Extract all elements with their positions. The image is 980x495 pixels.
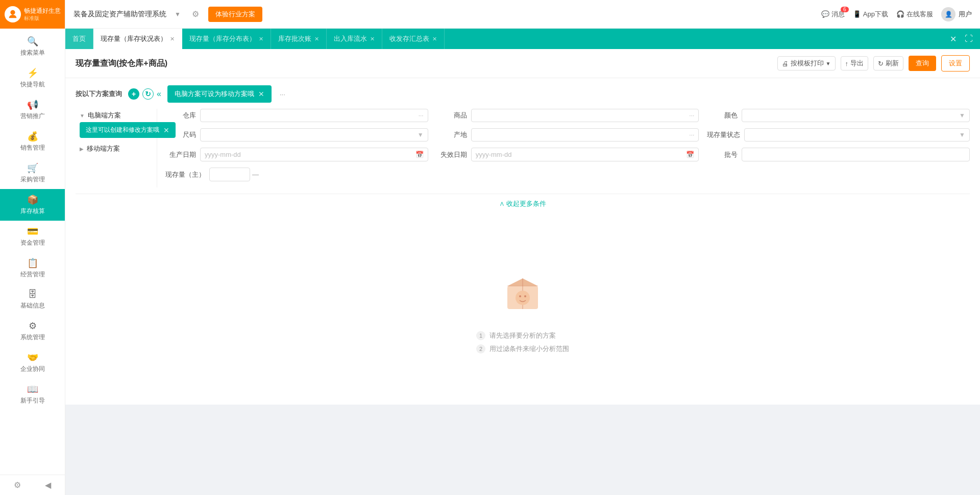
tab-home[interactable]: 首页 — [65, 29, 93, 49]
box-icon: 📦 — [27, 194, 38, 205]
goods-select[interactable]: ··· — [471, 109, 699, 122]
print-btn[interactable]: 🖨 按模板打印 ▼ — [777, 56, 836, 70]
tab-close-receive-send[interactable]: ✕ — [432, 36, 437, 42]
scheme-pc-label: 电脑端方案 — [88, 111, 121, 120]
receive-send-tab-label: 收发存汇总表 — [389, 34, 429, 43]
sidebar-item-cooperation[interactable]: 🤝 企业协同 — [0, 347, 65, 379]
topbar: 装备及固定资产辅助管理系统 ▼ ⚙ 体验行业方案 💬 消息 6 📱 App下载 … — [65, 0, 980, 29]
refresh-icon: ↻ — [878, 60, 884, 67]
clipboard-icon: 📋 — [27, 257, 38, 269]
tab-inout-flow[interactable]: 出入库流水 ✕ — [327, 29, 382, 49]
stock-status-label: 现存量状态 — [707, 130, 740, 139]
edit-scheme-tooltip-wrap: 这里可以创建和修改方案哦 ✕ — [80, 122, 152, 138]
size-select[interactable]: ▼ — [200, 128, 428, 142]
sidebar-item-inventory[interactable]: 📦 库存核算 — [0, 189, 65, 221]
tabs-right-buttons: ✕ ⛶ — [947, 32, 980, 46]
tab-close-inventory-dist[interactable]: ✕ — [259, 36, 263, 42]
avatar: 👤 — [941, 7, 955, 21]
tab-close-inout-flow[interactable]: ✕ — [370, 36, 375, 42]
refresh-scheme-btn[interactable]: ↻ — [142, 88, 154, 100]
warehouse-ellipsis: ··· — [419, 112, 424, 119]
expire-date-placeholder: yyyy-mm-dd — [476, 151, 512, 158]
expire-date-label: 失效日期 — [436, 150, 467, 159]
money-icon: 💰 — [27, 131, 38, 142]
system-dropdown-icon[interactable]: ▼ — [173, 10, 183, 19]
color-select[interactable]: ▼ — [742, 109, 970, 122]
logo-icon — [5, 6, 21, 22]
field-batch-no: 批号 — [707, 148, 970, 161]
tab-inventory-status[interactable]: 现存量（库存状况表） ✕ — [93, 29, 182, 49]
ellipsis-icon-1: ··· — [276, 90, 289, 98]
fields-row-1: 仓库 ··· 商品 ··· — [165, 109, 970, 181]
expire-date-input[interactable]: yyyy-mm-dd 📅 — [471, 148, 699, 161]
tab-close-inventory-status[interactable]: ✕ — [170, 36, 175, 42]
mobile-icon: 📱 — [853, 10, 861, 18]
sidebar-item-operations[interactable]: 📋 经营管理 — [0, 252, 65, 284]
back-scheme-btn[interactable]: « — [157, 89, 161, 99]
collapse-sidebar-icon[interactable]: ◀ — [45, 480, 51, 490]
empty-tip-1: 1 请先选择要分析的方案 — [476, 331, 569, 340]
prod-date-placeholder: yyyy-mm-dd — [205, 151, 241, 158]
handshake-icon: 🤝 — [27, 352, 38, 363]
lightning-icon: ⚡ — [27, 67, 38, 79]
export-icon: ↑ — [845, 60, 849, 67]
stock-main-from[interactable] — [209, 168, 250, 181]
batch-no-input[interactable] — [742, 148, 970, 161]
settings-bottom-icon[interactable]: ⚙ — [14, 480, 21, 490]
gear-icon: ⚙ — [29, 320, 37, 332]
add-scheme-tooltip-close[interactable]: ✕ — [258, 90, 264, 98]
scheme-controls: + ↻ « — [128, 88, 161, 100]
sidebar-item-search-menu[interactable]: 🔍 搜索菜单 — [0, 31, 65, 62]
scheme-tree-mobile[interactable]: ▶ 移动端方案 — [76, 142, 152, 155]
industry-btn[interactable]: 体验行业方案 — [208, 7, 262, 22]
sidebar-item-beginner[interactable]: 📖 新手引导 — [0, 379, 65, 410]
message-btn[interactable]: 💬 消息 6 — [821, 10, 845, 19]
sidebar-item-marketing[interactable]: 📢 营销推广 — [0, 94, 65, 126]
search-btn[interactable]: 查询 — [909, 56, 936, 71]
sidebar-item-sales[interactable]: 💰 销售管理 — [0, 126, 65, 157]
headset-icon: 🎧 — [896, 10, 904, 18]
svg-point-6 — [519, 295, 521, 297]
stock-status-dropdown-arrow: ▼ — [959, 131, 965, 138]
empty-tips: 1 请先选择要分析的方案 2 用过滤条件来缩小分析范围 — [476, 331, 569, 358]
sidebar-item-purchase[interactable]: 🛒 采购管理 — [0, 157, 65, 189]
warehouse-select[interactable]: ··· — [200, 109, 428, 122]
tab-receive-send[interactable]: 收发存汇总表 ✕ — [382, 29, 445, 49]
edit-scheme-tooltip: 这里可以创建和修改方案哦 ✕ — [80, 122, 176, 138]
user-menu-btn[interactable]: 👤 用户 — [941, 7, 972, 21]
tab-close-batch-account[interactable]: ✕ — [314, 36, 319, 42]
field-origin: 产地 ··· — [436, 128, 699, 142]
collapse-bar[interactable]: ∧ 收起更多条件 — [76, 194, 970, 214]
origin-select[interactable]: ··· — [471, 128, 699, 142]
batch-account-tab-label: 库存批次账 — [278, 34, 311, 43]
tab-batch-account[interactable]: 库存批次账 ✕ — [271, 29, 327, 49]
database-icon: 🗄 — [28, 289, 37, 300]
page-header-actions: 🖨 按模板打印 ▼ ↑ 导出 ↻ 刷新 查询 设置 — [777, 55, 970, 72]
add-scheme-tooltip: 电脑方案可设为移动方案哦 ✕ — [167, 85, 272, 103]
stock-main-label: 现存量（主） — [165, 170, 205, 179]
prod-date-input[interactable]: yyyy-mm-dd 📅 — [200, 148, 428, 161]
edit-scheme-tooltip-close[interactable]: ✕ — [163, 126, 169, 134]
scheme-tree-pc[interactable]: ▼ 电脑端方案 — [76, 109, 152, 122]
maximize-icon[interactable]: ⛶ — [962, 32, 976, 45]
inventory-status-tab-label: 现存量（库存状况表） — [101, 34, 167, 43]
search-icon: 🔍 — [27, 36, 38, 47]
sidebar-item-system[interactable]: ⚙ 系统管理 — [0, 315, 65, 347]
sidebar-item-basic-info[interactable]: 🗄 基础信息 — [0, 284, 65, 315]
stock-status-select[interactable]: ▼ — [744, 128, 970, 142]
close-tab-icon[interactable]: ✕ — [947, 32, 960, 46]
app-download-btn[interactable]: 📱 App下载 — [853, 10, 888, 19]
sidebar-item-quick-nav[interactable]: ⚡ 快捷导航 — [0, 62, 65, 94]
settings-btn[interactable]: 设置 — [941, 55, 970, 72]
refresh-btn[interactable]: ↻ 刷新 — [873, 56, 903, 70]
tab-inventory-dist[interactable]: 现存量（库存分布表） ✕ — [182, 29, 271, 49]
goods-ellipsis: ··· — [689, 112, 694, 119]
sidebar-logo: 畅捷通好生意 标准版 — [0, 0, 65, 29]
field-goods: 商品 ··· — [436, 109, 699, 122]
sidebar-item-finance[interactable]: 💳 资金管理 — [0, 221, 65, 252]
online-service-btn[interactable]: 🎧 在线客服 — [896, 10, 933, 19]
main-area: 装备及固定资产辅助管理系统 ▼ ⚙ 体验行业方案 💬 消息 6 📱 App下载 … — [65, 0, 980, 495]
export-btn[interactable]: ↑ 导出 — [841, 56, 869, 70]
add-scheme-btn[interactable]: + — [128, 88, 139, 100]
topbar-settings-icon[interactable]: ⚙ — [189, 8, 202, 20]
